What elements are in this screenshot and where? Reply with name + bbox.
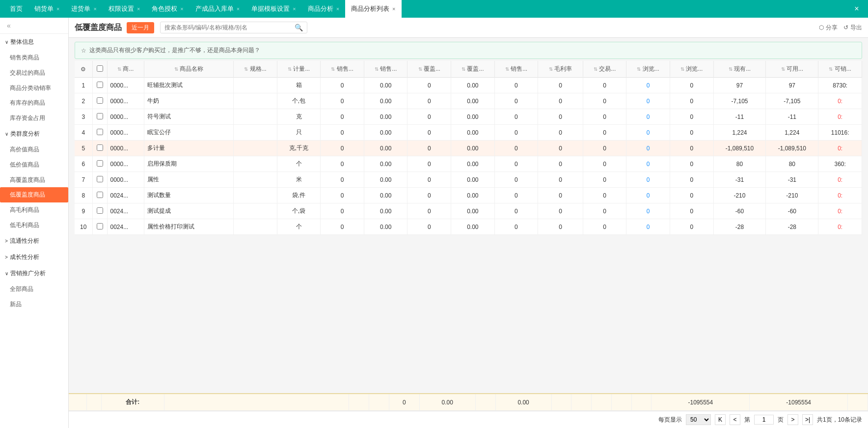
close-icon[interactable]: × [392, 6, 395, 12]
col-coverage2[interactable]: ⇅ 覆盖... [451, 61, 495, 78]
row-browse1[interactable]: 0 [626, 125, 670, 141]
row-checkbox[interactable] [92, 172, 107, 188]
last-page-button[interactable]: >| [802, 414, 813, 425]
close-icon[interactable]: × [237, 6, 240, 12]
sidebar-item-low-coverage[interactable]: 低覆盖度商品 [0, 187, 68, 202]
row-select-checkbox[interactable] [97, 129, 103, 135]
row-select-checkbox[interactable] [97, 97, 103, 104]
row-checkbox[interactable] [92, 93, 107, 109]
col-browse2[interactable]: ⇅ 浏览... [670, 61, 713, 78]
row-checkbox[interactable] [92, 125, 107, 141]
row-browse1[interactable]: 0 [626, 156, 670, 172]
row-checkbox[interactable] [92, 219, 107, 235]
col-gross-rate[interactable]: ⇅ 毛利率 [538, 61, 583, 78]
window-close-button[interactable]: × [849, 1, 864, 16]
sidebar-item-sales-products[interactable]: 销售类商品 [0, 50, 68, 65]
nav-product-analysis-list[interactable]: 商品分析列表 × [345, 0, 401, 18]
close-icon[interactable]: × [293, 6, 296, 12]
sidebar-item-capital-occupation[interactable]: 库存资金占用 [0, 111, 68, 126]
close-icon[interactable]: × [336, 6, 339, 12]
row-checkbox[interactable] [92, 78, 107, 93]
close-icon[interactable]: × [180, 6, 183, 12]
row-checkbox[interactable] [92, 188, 107, 203]
nav-template-settings[interactable]: 单据模板设置 × [245, 0, 301, 18]
nav-role-auth[interactable]: 角色授权 × [146, 0, 189, 18]
close-icon[interactable]: × [93, 6, 96, 12]
close-icon[interactable]: × [137, 6, 140, 12]
col-available[interactable]: ⇅ 可用... [766, 61, 818, 78]
sidebar-item-high-value[interactable]: 高价值商品 [0, 142, 68, 157]
nav-product-inbound[interactable]: 产成品入库单 × [190, 0, 245, 18]
col-code[interactable]: ⇅ 商... [107, 61, 144, 78]
search-input[interactable] [164, 24, 295, 31]
row-select-checkbox[interactable] [97, 82, 103, 88]
sidebar-item-high-margin[interactable]: 高毛利商品 [0, 202, 68, 218]
row-select-checkbox[interactable] [97, 176, 103, 182]
col-sellable[interactable]: ⇅ 可销... [818, 61, 862, 78]
prev-page-button[interactable]: < [730, 414, 740, 425]
sidebar-item-category-rate[interactable]: 商品分类动销率 [0, 81, 68, 96]
row-checkbox[interactable] [92, 203, 107, 219]
sidebar-collapse-button[interactable]: « [4, 21, 14, 30]
sidebar-group-growth[interactable]: > 成长性分析 [0, 249, 68, 265]
col-browse1[interactable]: ⇅ 浏览... [626, 61, 670, 78]
col-current-stock[interactable]: ⇅ 现有... [713, 61, 766, 78]
search-icon[interactable]: 🔍 [295, 24, 303, 31]
sidebar-group-cluster[interactable]: ∨ 类群度分析 [0, 126, 68, 142]
row-select-checkbox[interactable] [97, 144, 103, 151]
row-browse1[interactable]: 0 [626, 219, 670, 235]
row-select-checkbox[interactable] [97, 223, 103, 229]
nav-product-analysis[interactable]: 商品分析 × [302, 0, 345, 18]
sidebar-item-low-margin[interactable]: 低毛利商品 [0, 218, 68, 233]
sidebar-group-marketing[interactable]: ∨ 营销推广分析 [0, 265, 68, 282]
row-browse1[interactable]: 0 [626, 109, 670, 125]
page-size-select[interactable]: 50 100 200 [686, 414, 711, 425]
row-browse1[interactable]: 0 [626, 93, 670, 109]
sidebar-item-in-stock[interactable]: 有库存的商品 [0, 95, 68, 111]
row-browse1[interactable]: 0 [626, 203, 670, 219]
col-sales3[interactable]: ⇅ 销售... [494, 61, 538, 78]
row-browse1[interactable]: 0 [626, 188, 670, 203]
row-browse1[interactable]: 0 [626, 78, 670, 93]
page-number-input[interactable] [754, 415, 774, 425]
close-icon[interactable]: × [56, 6, 59, 12]
col-sales-amt[interactable]: ⇅ 销售... [364, 61, 407, 78]
col-checkbox[interactable] [92, 61, 107, 78]
sidebar-item-high-coverage[interactable]: 高覆盖度商品 [0, 172, 68, 188]
share-button[interactable]: ⬡ 分享 [819, 24, 838, 32]
col-coverage1[interactable]: ⇅ 覆盖... [407, 61, 451, 78]
col-trade[interactable]: ⇅ 交易... [583, 61, 626, 78]
row-select-checkbox[interactable] [97, 160, 103, 167]
sidebar-group-overall[interactable]: ∨ 整体信息 [0, 34, 68, 50]
col-unit[interactable]: ⇅ 计量... [277, 61, 321, 78]
sidebar-item-new-products[interactable]: 新品 [0, 297, 68, 312]
row-checkbox[interactable] [92, 141, 107, 156]
nav-sales-order[interactable]: 销货单 × [28, 0, 65, 18]
sidebar-group-circulation[interactable]: > 流通性分析 [0, 233, 68, 249]
next-page-button[interactable]: > [787, 414, 798, 425]
sidebar-item-low-value[interactable]: 低价值商品 [0, 157, 68, 172]
export-button[interactable]: ↺ 导出 [843, 24, 862, 32]
nav-permission-settings[interactable]: 权限设置 × [103, 0, 146, 18]
sidebar-item-traded-products[interactable]: 交易过的商品 [0, 65, 68, 81]
col-sales-qty[interactable]: ⇅ 销售... [321, 61, 364, 78]
row-sales3: 0 [494, 109, 538, 125]
row-select-checkbox[interactable] [97, 113, 103, 119]
nav-home[interactable]: 首页 [4, 0, 28, 18]
nav-purchase-order[interactable]: 进货单 × [65, 0, 102, 18]
sidebar-item-all-products[interactable]: 全部商品 [0, 282, 68, 297]
col-spec[interactable]: ⇅ 规格... [234, 61, 277, 78]
time-filter-button[interactable]: 近一月 [127, 22, 154, 33]
col-name[interactable]: ⇅ 商品名称 [144, 61, 233, 78]
row-browse1[interactable]: 0 [626, 172, 670, 188]
row-checkbox[interactable] [92, 109, 107, 125]
row-browse2: 0 [670, 93, 713, 109]
first-page-button[interactable]: K [715, 414, 726, 425]
col-settings[interactable]: ⚙ [75, 61, 92, 78]
row-select-checkbox[interactable] [97, 207, 103, 214]
row-checkbox[interactable] [92, 156, 107, 172]
row-browse1[interactable]: 0 [626, 141, 670, 156]
select-all-checkbox[interactable] [97, 65, 103, 72]
row-select-checkbox[interactable] [97, 192, 103, 198]
row-sales3: 0 [494, 141, 538, 156]
